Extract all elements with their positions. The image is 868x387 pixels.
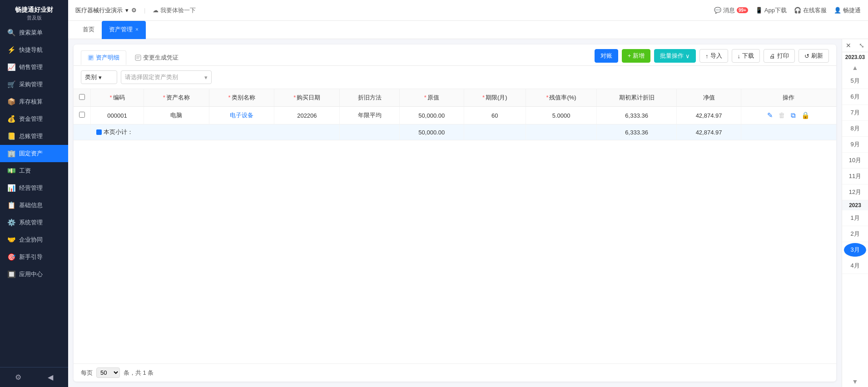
- copy-btn[interactable]: ⧉: [790, 110, 797, 120]
- subtotal-original-value: 50,000.00: [399, 124, 464, 140]
- month-item[interactable]: 1月: [842, 210, 868, 226]
- month-item[interactable]: 12月: [842, 184, 868, 200]
- experience-btn[interactable]: ☁ 我要体验一下: [153, 6, 196, 15]
- asset-table-wrap: *编码 *资产名称 *类别名称 *购买日期 折旧方法 *原值 *期限(月) *残…: [74, 89, 836, 363]
- table-body: 000001 电脑 电子设备 202206 年限平均 50,000.00 60 …: [74, 107, 836, 140]
- per-page-select[interactable]: 102050100: [96, 367, 120, 378]
- sidebar-item-sales[interactable]: 📈 销售管理: [0, 59, 68, 76]
- tab-asset-management[interactable]: 资产管理 ×: [102, 21, 146, 39]
- month-item[interactable]: 6月: [842, 89, 868, 105]
- tab-home[interactable]: 首页: [75, 21, 102, 39]
- sidebar-item-system[interactable]: ⚙️ 系统管理: [0, 214, 68, 231]
- tab-home-label: 首页: [83, 25, 94, 34]
- sidebar-item-payroll[interactable]: 💵 工资: [0, 162, 68, 179]
- download-btn[interactable]: ↓ 下载: [732, 49, 760, 63]
- sub-tab-voucher[interactable]: 变更生成凭证: [128, 50, 185, 64]
- import-icon: ↑: [705, 53, 709, 60]
- cell-period: 60: [464, 107, 526, 124]
- right-panel-year: 2023.03: [842, 52, 868, 62]
- sidebar-item-operations[interactable]: 📊 经营管理: [0, 179, 68, 197]
- sidebar-item-funds[interactable]: 💰 资金管理: [0, 110, 68, 128]
- sidebar-item-enterprise[interactable]: 🤝 企业协同: [0, 231, 68, 248]
- category-value-select[interactable]: 请选择固定资产类别 ▾: [121, 70, 212, 84]
- subtotal-net-value: 42,874.97: [677, 124, 741, 140]
- sub-tab-asset-list[interactable]: 资产明细: [81, 50, 126, 65]
- col-period: *期限(月): [464, 89, 526, 107]
- user-btn[interactable]: 👤 畅捷通: [834, 6, 861, 15]
- batch-btn[interactable]: 批量操作 ∨: [654, 49, 696, 63]
- tab-close-icon[interactable]: ×: [135, 26, 139, 33]
- settings-icon[interactable]: ⚙: [11, 371, 25, 383]
- delete-btn[interactable]: 🗑: [778, 110, 786, 120]
- new-btn[interactable]: + 新增: [622, 49, 650, 63]
- right-panel-close-icon[interactable]: ✕: [846, 42, 851, 49]
- sidebar-item-search[interactable]: 🔍 搜索菜单: [0, 24, 68, 41]
- sidebar: 畅捷通好业财 普及版 🔍 搜索菜单 ⚡ 快捷导航 📈 销售管理 🛒 采购管理 📦…: [0, 0, 68, 387]
- search-icon: 🔍: [7, 29, 15, 37]
- right-panel-expand-icon[interactable]: ⤡: [859, 42, 864, 49]
- month-item[interactable]: 9月: [842, 137, 868, 153]
- sidebar-item-ledger[interactable]: 📒 总账管理: [0, 128, 68, 145]
- operations-icon: 📊: [7, 184, 15, 192]
- sub-tabs: 资产明细 变更生成凭证 对账 + 新增: [74, 45, 836, 66]
- print-icon: 🖨: [769, 53, 775, 60]
- app-center-icon: 🔲: [7, 270, 15, 278]
- nav-down-icon[interactable]: ▼: [852, 378, 858, 385]
- collapse-icon[interactable]: ◀: [44, 371, 57, 383]
- import-label: 导入: [710, 52, 722, 60]
- sidebar-item-guide[interactable]: 🎯 新手引导: [0, 248, 68, 266]
- sidebar-label-operations: 经营管理: [19, 184, 43, 192]
- account-btn[interactable]: 对账: [595, 49, 618, 63]
- sidebar-label-funds: 资金管理: [19, 115, 43, 123]
- purchase-icon: 🛒: [7, 80, 15, 89]
- row-checkbox-cell[interactable]: [74, 107, 91, 124]
- sidebar-item-inventory[interactable]: 📦 库存核算: [0, 93, 68, 110]
- print-btn[interactable]: 🖨 打印: [764, 49, 795, 63]
- sidebar-item-purchase[interactable]: 🛒 采购管理: [0, 76, 68, 93]
- app-download-icon: 📱: [755, 7, 763, 14]
- settings-icon[interactable]: ⚙: [131, 7, 137, 14]
- col-category: *类别名称: [209, 89, 274, 107]
- content-main: 资产明细 变更生成凭证 对账 + 新增: [74, 45, 836, 382]
- message-label: 消息: [723, 6, 735, 15]
- month-item[interactable]: 5月: [842, 73, 868, 89]
- month-item[interactable]: 8月: [842, 121, 868, 137]
- sidebar-item-fixed-assets[interactable]: 🏢 固定资产: [0, 145, 68, 162]
- app-download-btn[interactable]: 📱 App下载: [755, 6, 787, 15]
- edit-btn[interactable]: ✎: [766, 110, 774, 120]
- filter-left: 类别 ▾ 请选择固定资产类别 ▾: [81, 70, 212, 84]
- month-item[interactable]: 7月: [842, 105, 868, 121]
- cell-purchase-date: 202206: [274, 107, 340, 124]
- total-label: 条，共 1 条: [124, 369, 154, 377]
- month-item[interactable]: 11月: [842, 169, 868, 184]
- ledger-icon: 📒: [7, 132, 15, 140]
- month-item[interactable]: 2月: [842, 226, 868, 242]
- refresh-btn[interactable]: ↺ 刷新: [799, 49, 829, 63]
- month-item[interactable]: 4月: [842, 258, 868, 274]
- sidebar-label-quick-nav: 快捷导航: [19, 46, 43, 54]
- cell-name: 电脑: [144, 107, 209, 124]
- sidebar-item-app-center[interactable]: 🔲 应用中心: [0, 266, 68, 283]
- month-item[interactable]: 10月: [842, 153, 868, 169]
- subtotal-initial-accumulated: 6,333.36: [597, 124, 677, 140]
- month-item[interactable]: 3月: [844, 243, 866, 257]
- sidebar-item-basic-info[interactable]: 📋 基础信息: [0, 197, 68, 214]
- sidebar-label-app-center: 应用中心: [19, 270, 43, 278]
- content-area: 资产明细 变更生成凭证 对账 + 新增: [68, 39, 868, 387]
- import-btn[interactable]: ↑ 导入: [699, 49, 728, 63]
- lock-btn[interactable]: 🔒: [800, 110, 811, 120]
- sidebar-label-sales: 销售管理: [19, 63, 43, 71]
- select-all-checkbox[interactable]: [79, 94, 85, 100]
- category-select[interactable]: 类别 ▾: [81, 70, 117, 84]
- select-all-header[interactable]: [74, 89, 91, 107]
- row-checkbox-0[interactable]: [79, 112, 85, 118]
- customer-service-btn[interactable]: 🎧 在线客服: [794, 6, 827, 15]
- basic-info-icon: 📋: [7, 201, 15, 209]
- message-btn[interactable]: 💬 消息 99+: [714, 6, 748, 15]
- nav-up-icon[interactable]: ▲: [852, 64, 858, 71]
- subtotal-residual: [526, 124, 596, 140]
- download-label: 下载: [742, 52, 754, 60]
- company-selector[interactable]: 医疗器械行业演示 ▾ ⚙: [75, 6, 137, 15]
- sidebar-item-quick-nav[interactable]: ⚡ 快捷导航: [0, 41, 68, 59]
- fixed-assets-icon: 🏢: [7, 149, 15, 158]
